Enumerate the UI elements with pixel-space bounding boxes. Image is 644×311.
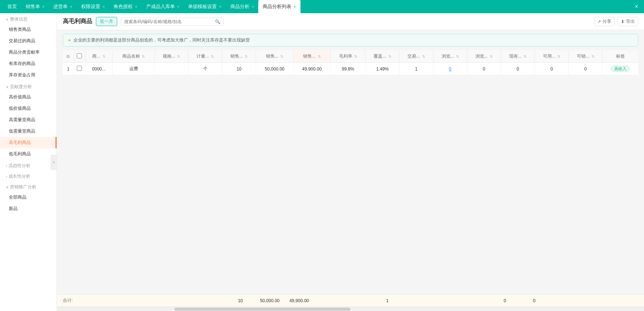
collapse-arrow-trend: ›	[6, 164, 7, 168]
collapse-arrow-overall: ∨	[6, 17, 8, 21]
nav-analysis-list[interactable]: 商品分析列表 ×	[258, 0, 300, 13]
col-current-stock[interactable]: 现有... ⇅	[501, 50, 535, 63]
col-tag: 标签	[602, 50, 638, 63]
sort-icon-transaction: ⇅	[422, 54, 425, 58]
collapse-arrow-growth: ›	[6, 174, 7, 178]
col-available[interactable]: 可用... ⇅	[535, 50, 569, 63]
sidebar-item-high-margin[interactable]: 高毛利商品	[0, 137, 57, 148]
row-transaction: 1	[399, 63, 433, 75]
col-spec[interactable]: 规格... ⇅	[154, 50, 188, 63]
sidebar-item-goods-contribution[interactable]: 商品分类贡献率	[0, 47, 57, 58]
sort-icon-unit: ⇅	[211, 54, 214, 58]
sidebar-item-high-value[interactable]: 高价值商品	[0, 91, 57, 103]
close-warehouse-tab[interactable]: ×	[177, 4, 179, 9]
filter-recent-month-button[interactable]: 近一月	[96, 17, 117, 26]
sidebar-group-marketing[interactable]: ∨ 营销推广分析	[0, 181, 57, 192]
col-sellable[interactable]: 可销... ⇅	[569, 50, 602, 63]
nav-warehouse[interactable]: 产成品入库单 ×	[142, 0, 184, 13]
col-browse1[interactable]: 浏览... ⇅	[433, 50, 467, 63]
col-unit[interactable]: 计量... ⇅	[188, 50, 222, 63]
row-sellable: 0	[569, 63, 602, 75]
col-gross-margin[interactable]: 毛利率 ⇅	[331, 50, 366, 63]
top-navigation: 首页 销售单 × 进货单 × 权限设置 × 角色授权 × 产成品入库单 × 单据…	[0, 0, 644, 13]
close-role-tab[interactable]: ×	[135, 4, 137, 9]
sort-icon-gross-margin: ⇅	[354, 54, 357, 58]
sort-icon-current-stock: ⇅	[524, 54, 526, 58]
row-sales-amount: 50,000.00	[256, 63, 293, 75]
col-code[interactable]: 商... ⇅	[85, 50, 113, 63]
sort-icon-sales-amount: ⇅	[280, 54, 283, 58]
col-sales-qty[interactable]: 销售... ⇅	[222, 50, 256, 63]
horizontal-scrollbar[interactable]	[57, 307, 644, 311]
close-analysis-list-tab[interactable]: ×	[294, 4, 296, 9]
row-coverage: 1.49%	[366, 63, 399, 75]
search-input[interactable]	[124, 19, 215, 24]
nav-sales[interactable]: 销售单 ×	[21, 0, 49, 13]
select-all-checkbox[interactable]	[77, 53, 82, 58]
footer-label: 合计:	[63, 297, 79, 304]
row-select-checkbox[interactable]	[77, 66, 82, 71]
export-icon: ⬇	[621, 19, 625, 24]
col-settings[interactable]: ⚙	[63, 50, 74, 63]
table-header-row: ⚙ 商... ⇅ 商品名称 ⇅	[63, 50, 638, 63]
sidebar-item-low-margin[interactable]: 低毛利商品	[0, 148, 57, 160]
row-tag: 高收入	[602, 63, 638, 75]
sidebar-group-overall[interactable]: ∨ 整体信息	[0, 13, 57, 24]
content-header: 高毛利商品 近一月 🔍 ↗ 分享 ⬇ 导出	[57, 13, 644, 30]
nav-purchase[interactable]: 进货单 ×	[49, 0, 76, 13]
row-gross-margin: 99.8%	[331, 63, 366, 75]
close-template-tab[interactable]: ×	[219, 4, 221, 9]
sidebar-collapse-button[interactable]: «	[51, 155, 57, 170]
close-permission-tab[interactable]: ×	[102, 4, 105, 9]
sidebar-item-low-value[interactable]: 低价值商品	[0, 103, 57, 114]
footer-sales-cost: 49,900.00	[284, 298, 314, 303]
row-sales-cost: 49,900.00	[293, 63, 330, 75]
search-icon[interactable]: 🔍	[215, 19, 220, 24]
scrollbar-thumb[interactable]	[175, 308, 350, 311]
row-browse1[interactable]: 0	[433, 63, 467, 75]
nav-home[interactable]: 首页	[3, 0, 21, 13]
close-sales-tab[interactable]: ×	[42, 4, 44, 9]
row-browse2: 0	[467, 63, 501, 75]
col-sales-cost[interactable]: 销售... ⇅	[293, 50, 330, 63]
col-browse2[interactable]: 浏览... ⇅	[467, 50, 501, 63]
footer-totals-bar: 合计: 10 50,000.00 49,900.00 1 0 0	[57, 294, 644, 307]
sidebar-item-new-goods[interactable]: 新品	[0, 203, 57, 214]
window-close-button[interactable]: ×	[632, 3, 641, 10]
sidebar-group-trend[interactable]: › 流趋性分析	[0, 160, 57, 170]
nav-template[interactable]: 单据模板设置 ×	[184, 0, 226, 13]
close-analysis-tab[interactable]: ×	[252, 4, 254, 9]
row-sales-qty: 10	[222, 63, 256, 75]
sidebar-group-profit[interactable]: ∨ 贡献度分析	[0, 81, 57, 91]
sidebar-item-low-demand[interactable]: 低需量堂商品	[0, 126, 57, 137]
sidebar-item-capital-occupy[interactable]: 库存资金占用	[0, 69, 57, 81]
main-layout: ∨ 整体信息 销售类商品 交易过的商品 商品分类贡献率 有库存的商品 库存资金占…	[0, 13, 644, 311]
export-button[interactable]: ⬇ 导出	[618, 17, 638, 26]
table-row: 1 0000... 运费	[63, 63, 638, 75]
row-spec	[154, 63, 188, 75]
row-checkbox	[74, 63, 85, 75]
collapse-arrow-marketing: ∨	[6, 185, 8, 189]
sidebar-item-traded-goods[interactable]: 交易过的商品	[0, 35, 57, 47]
info-icon: ✦	[68, 38, 71, 43]
sidebar-item-high-demand[interactable]: 高需量堂商品	[0, 114, 57, 126]
sidebar-item-sales-goods[interactable]: 销售类商品	[0, 24, 57, 35]
row-name: 运费	[113, 63, 155, 75]
column-settings-icon[interactable]: ⚙	[66, 54, 70, 59]
nav-permission[interactable]: 权限设置 ×	[77, 0, 109, 13]
nav-analysis[interactable]: 商品分析 ×	[226, 0, 258, 13]
share-button[interactable]: ↗ 分享	[594, 17, 615, 26]
close-purchase-tab[interactable]: ×	[70, 4, 72, 9]
nav-role[interactable]: 角色授权 ×	[109, 0, 141, 13]
sidebar-item-all-goods[interactable]: 全部商品	[0, 192, 57, 203]
col-sales-amount[interactable]: 销售... ⇅	[256, 50, 293, 63]
col-transaction[interactable]: 交易... ⇅	[399, 50, 433, 63]
sort-icon-browse2: ⇅	[490, 54, 493, 58]
sidebar-item-in-stock[interactable]: 有库存的商品	[0, 58, 57, 69]
sort-icon-sales-cost: ⇅	[318, 54, 321, 58]
col-checkbox	[74, 50, 85, 63]
sidebar-group-growth[interactable]: › 成长性分析	[0, 170, 57, 181]
col-coverage[interactable]: 覆盖... ⇅	[366, 50, 399, 63]
col-name[interactable]: 商品名称 ⇅	[113, 50, 155, 63]
sort-icon-code: ⇅	[102, 54, 105, 58]
